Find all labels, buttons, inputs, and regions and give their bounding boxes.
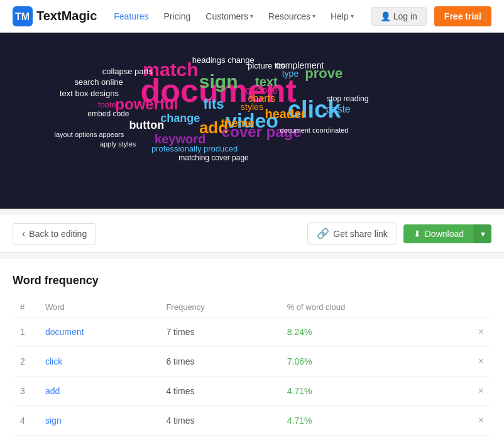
chevron-down-icon: ▾	[481, 229, 485, 239]
word-cloud-word: search online	[74, 77, 123, 87]
table-header: # Word Frequency % of word cloud	[13, 297, 491, 317]
cell-frequency: 6 times	[158, 347, 279, 377]
chevron-down-icon: ▾	[351, 13, 354, 19]
chevron-down-icon: ▾	[250, 13, 253, 19]
download-icon: ⬇	[414, 229, 421, 239]
cell-action: ×	[444, 347, 491, 377]
table-row: 3 add 4 times 4.71% ×	[13, 377, 491, 406]
col-header-action	[444, 297, 491, 317]
cell-frequency: 4 times	[158, 436, 279, 441]
delete-word-button[interactable]: ×	[478, 356, 484, 367]
cell-word[interactable]: sign	[38, 406, 158, 436]
download-button[interactable]: ⬇ Download	[403, 224, 474, 243]
word-link[interactable]: sign	[45, 415, 62, 426]
cell-action: ×	[444, 406, 491, 436]
cell-percent: 4.71%	[280, 406, 444, 436]
nav-customers[interactable]: Customers ▾	[205, 11, 253, 21]
word-cloud-word: footer	[98, 99, 119, 109]
cell-num: 5	[13, 436, 38, 441]
cell-num: 4	[13, 406, 38, 436]
cell-percent: 4.71%	[280, 377, 444, 406]
col-header-percent: % of word cloud	[280, 297, 444, 317]
word-cloud-word: picture fits	[248, 61, 285, 70]
cell-frequency: 4 times	[158, 406, 279, 436]
download-button-group: ⬇ Download ▾	[403, 224, 491, 243]
login-button[interactable]: 👤 Log in	[371, 7, 427, 26]
cell-word[interactable]: click	[38, 347, 158, 377]
cell-percent: 8.24%	[280, 317, 444, 347]
toolbar: ‹ Back to editing 🔗 Get share link ⬇ Dow…	[0, 215, 504, 253]
word-cloud-word: type	[282, 69, 299, 79]
section-title: Word frequency	[13, 274, 491, 287]
cell-num: 1	[13, 317, 38, 347]
col-header-frequency: Frequency	[158, 297, 279, 317]
cell-percent: 4.71%	[280, 436, 444, 441]
col-header-num: #	[13, 297, 38, 317]
word-cloud-word: button	[129, 118, 164, 131]
logo[interactable]: TM TextMagic	[13, 6, 97, 26]
word-cloud-word: text box designs	[60, 89, 119, 98]
word-cloud-word: collapse parts	[102, 66, 153, 75]
nav-features[interactable]: Features	[114, 11, 148, 21]
word-cloud-word: styles	[241, 102, 263, 112]
logo-text: TextMagic	[36, 9, 97, 23]
frequency-table: # Word Frequency % of word cloud 1 docum…	[13, 297, 491, 440]
word-cloud: documentclickvideomatchsignaddcover page…	[13, 52, 491, 190]
delete-word-button[interactable]: ×	[478, 415, 484, 426]
delete-word-button[interactable]: ×	[478, 385, 484, 397]
nav-pricing[interactable]: Pricing	[164, 11, 191, 21]
table-body: 1 document 7 times 8.24% × 2 click 6 tim…	[13, 317, 491, 441]
word-cloud-word: document coordinated	[280, 126, 349, 134]
cell-num: 3	[13, 377, 38, 406]
table-row: 4 sign 4 times 4.71% ×	[13, 406, 491, 436]
frequency-section: Word frequency # Word Frequency % of wor…	[0, 259, 504, 440]
word-link[interactable]: document	[45, 327, 84, 337]
table-row: 2 click 6 times 7.06% ×	[13, 347, 491, 377]
get-share-link-button[interactable]: 🔗 Get share link	[307, 223, 397, 245]
table-row: 1 document 7 times 8.24% ×	[13, 317, 491, 347]
word-cloud-word: sign	[199, 71, 238, 92]
word-cloud-word: matching cover page	[178, 153, 248, 162]
word-cloud-word: layout options appears	[55, 131, 124, 138]
word-cloud-word: change	[160, 111, 200, 124]
chevron-left-icon: ‹	[22, 228, 25, 239]
right-actions: 🔗 Get share link ⬇ Download ▾	[307, 223, 491, 245]
svg-text:TM: TM	[15, 11, 30, 22]
cell-percent: 7.06%	[280, 347, 444, 377]
word-cloud-word: header	[265, 107, 307, 121]
free-trial-button[interactable]: Free trial	[434, 6, 491, 26]
cell-word[interactable]: document	[38, 317, 158, 347]
table-row: 5 video 4 times 4.71% ×	[13, 436, 491, 441]
word-link[interactable]: click	[45, 356, 62, 366]
word-cloud-word: embed code	[87, 109, 129, 118]
main-nav: Features Pricing Customers ▾ Resources ▾…	[114, 11, 353, 21]
cell-frequency: 7 times	[158, 317, 279, 347]
word-cloud-word: headings change	[192, 55, 255, 65]
word-cloud-word: stop reading	[327, 94, 368, 103]
word-cloud-container: documentclickvideomatchsignaddcover page…	[0, 33, 504, 209]
cell-word[interactable]: add	[38, 377, 158, 406]
word-cloud-word: fits	[204, 96, 224, 113]
cell-action: ×	[444, 377, 491, 406]
download-dropdown-button[interactable]: ▾	[474, 224, 491, 243]
word-cloud-word: apply styles	[100, 140, 136, 148]
cell-num: 2	[13, 347, 38, 377]
link-icon: 🔗	[317, 228, 329, 239]
header-actions: 👤 Log in Free trial	[371, 6, 491, 26]
cell-word[interactable]: video	[38, 436, 158, 441]
logo-icon: TM	[13, 6, 33, 26]
word-cloud-word: paste	[326, 104, 351, 115]
cell-action: ×	[444, 436, 491, 441]
user-icon: 👤	[380, 11, 391, 21]
nav-help[interactable]: Help ▾	[331, 11, 354, 21]
word-cloud-word: choose	[245, 85, 278, 96]
cell-action: ×	[444, 317, 491, 347]
word-link[interactable]: add	[45, 386, 60, 396]
chevron-down-icon: ▾	[312, 13, 315, 19]
delete-word-button[interactable]: ×	[478, 326, 484, 338]
nav-resources[interactable]: Resources ▾	[268, 11, 315, 21]
word-cloud-word: professionally produced	[151, 144, 238, 153]
col-header-word: Word	[38, 297, 158, 317]
back-to-editing-button[interactable]: ‹ Back to editing	[13, 223, 96, 245]
header: TM TextMagic Features Pricing Customers …	[0, 0, 504, 33]
